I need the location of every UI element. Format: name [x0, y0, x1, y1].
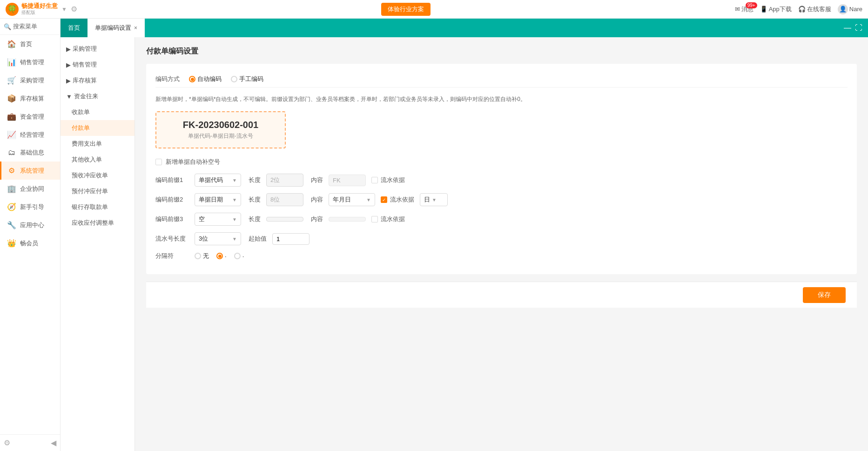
- prefix3-label: 编码前缀3: [155, 215, 189, 223]
- tab-home[interactable]: 首页: [61, 19, 87, 37]
- app-download-btn[interactable]: 📱 App下载: [760, 5, 792, 13]
- manual-code-option[interactable]: 手工编码: [231, 75, 263, 83]
- submenu-item-payment[interactable]: 付款单: [61, 120, 135, 136]
- settings-icon[interactable]: ⚙: [71, 5, 77, 13]
- logo: 🍀 畅捷通好生意 搭配版: [6, 2, 58, 16]
- content1-label: 内容: [311, 176, 323, 184]
- submenu-group-finance: ▼ 资金往来 收款单 付款单 费用支出单 其他收入单 预收冲应收单: [61, 88, 135, 231]
- content-area: ▶ 采购管理 ▶ 销售管理 ▶ 库存核算 ▼ 资金往来: [61, 37, 868, 451]
- submenu-inventory-title[interactable]: ▶ 库存核算: [61, 73, 135, 88]
- serial-row: 流水号长度 3位 ▼ 起始值: [155, 232, 848, 245]
- chevron-down-icon: ▼: [66, 93, 72, 100]
- logo-icon: 🍀: [6, 3, 19, 16]
- member-icon: 👑: [7, 239, 16, 248]
- auto-code-option[interactable]: 自动编码: [189, 75, 222, 83]
- purchase-icon: 🛒: [7, 76, 16, 85]
- appcenter-icon: 🔧: [7, 221, 16, 229]
- user-btn[interactable]: 👤 Nare: [838, 4, 862, 14]
- chevron-right-icon3: ▶: [66, 77, 71, 84]
- sidebar-item-purchase[interactable]: 🛒 采购管理: [0, 71, 60, 89]
- preview-code: FK-20230602-001: [168, 120, 274, 130]
- preview-box: FK-20230602-001 单据代码-单据日期-流水号: [155, 111, 286, 148]
- submenu-item-adjustment[interactable]: 应收应付调整单: [61, 215, 135, 231]
- submenu-sales-title[interactable]: ▶ 销售管理: [61, 57, 135, 73]
- sep-none-option[interactable]: 无: [195, 252, 209, 260]
- submenu-item-bank[interactable]: 银行存取款单: [61, 199, 135, 215]
- content2-chevron: ▼: [366, 197, 371, 202]
- start-value-input[interactable]: [272, 233, 310, 245]
- stream1-checkbox[interactable]: [371, 177, 378, 183]
- industry-btn[interactable]: 体验行业方案: [381, 3, 431, 16]
- sep-none-radio[interactable]: [195, 253, 201, 259]
- sidebar-item-appcenter[interactable]: 🔧 应用中心: [0, 216, 60, 234]
- submenu-item-expense[interactable]: 费用支出单: [61, 136, 135, 152]
- sep-dash-option[interactable]: ·: [234, 253, 244, 260]
- message-btn[interactable]: ✉ 消息 99+: [735, 5, 754, 13]
- guide-icon: 🧭: [7, 202, 16, 211]
- manual-code-radio[interactable]: [231, 76, 237, 82]
- sidebar-nav: 🏠 首页 📊 销售管理 🛒 采购管理 📦 库存核算 💼 资金管理 📈 经营管理 …: [0, 35, 60, 434]
- stream2-checkbox[interactable]: ✓: [381, 196, 387, 203]
- stream3-checkbox[interactable]: [371, 216, 378, 222]
- sidebar-item-inventory[interactable]: 📦 库存核算: [0, 89, 60, 108]
- prefix1-select[interactable]: 单据代码 ▼: [195, 174, 241, 187]
- autofill-checkbox[interactable]: [155, 159, 162, 165]
- settings-card: 编码方式 自动编码 手工编码 新增单据时，*单据编码*自动生成，不可编辑。前缀设…: [146, 64, 857, 274]
- prefix3-select[interactable]: 空 ▼: [195, 213, 241, 226]
- submenu-group-inventory: ▶ 库存核算: [61, 73, 135, 88]
- main-wrapper: 首页 单据编码设置 × — ⛶ ▶ 采购管理 ▶ 销售管理: [61, 19, 868, 451]
- settings-footer-icon[interactable]: ⚙: [4, 438, 10, 447]
- content3-value: [329, 217, 366, 222]
- submenu-purchase-title[interactable]: ▶ 采购管理: [61, 41, 135, 57]
- submenu-item-prepay-pay[interactable]: 预付冲应付单: [61, 183, 135, 199]
- submenu-finance-title[interactable]: ▼ 资金往来: [61, 88, 135, 104]
- sidebar-item-enterprise[interactable]: 🏢 企业协同: [0, 180, 60, 198]
- sep-dash-radio[interactable]: [234, 253, 241, 259]
- dropdown-icon[interactable]: ▼: [61, 6, 67, 13]
- submenu-item-other-income[interactable]: 其他收入单: [61, 152, 135, 168]
- autofill-row: 新增单据自动补空号: [155, 158, 848, 166]
- auto-code-radio[interactable]: [189, 76, 195, 82]
- prefix2-select[interactable]: 单据日期 ▼: [195, 193, 241, 206]
- basic-icon: 🗂: [7, 148, 16, 157]
- encoding-method-label: 编码方式: [155, 75, 180, 83]
- day2-select[interactable]: 日 ▼: [420, 193, 448, 206]
- len3-input: [266, 217, 303, 222]
- len2-input: 8位: [266, 193, 303, 206]
- content2-select[interactable]: 年月日 ▼: [329, 193, 375, 206]
- serial-len-select[interactable]: 3位 ▼: [195, 232, 241, 245]
- sidebar-item-basic[interactable]: 🗂 基础信息: [0, 144, 60, 162]
- separator-options: 无 · ·: [195, 252, 244, 260]
- collapse-icon[interactable]: ◀: [51, 438, 56, 447]
- sidebar-item-sales[interactable]: 📊 销售管理: [0, 53, 60, 71]
- tab-current[interactable]: 单据编码设置 ×: [87, 19, 145, 37]
- submenu-item-receipt[interactable]: 收款单: [61, 104, 135, 120]
- content3-label: 内容: [311, 215, 323, 223]
- sep-dot-option[interactable]: ·: [216, 253, 227, 260]
- tab-maximize-btn[interactable]: ⛶: [855, 24, 862, 32]
- len3-label: 长度: [249, 215, 261, 223]
- tab-minimize-btn[interactable]: —: [844, 24, 851, 32]
- sidebar-search[interactable]: 🔍 搜索菜单: [0, 19, 60, 35]
- sidebar-item-guide[interactable]: 🧭 新手引导: [0, 198, 60, 216]
- finance-icon: 💼: [7, 112, 16, 121]
- stream1-group: 流水依据: [371, 176, 405, 184]
- sidebar-item-operations[interactable]: 📈 经营管理: [0, 126, 60, 144]
- save-button[interactable]: 保存: [803, 287, 846, 303]
- online-service-btn[interactable]: 🎧 在线客服: [798, 5, 831, 13]
- len1-input: 2位: [266, 174, 303, 187]
- prefix1-chevron: ▼: [232, 178, 237, 183]
- submenu-item-prepay-recv[interactable]: 预收冲应收单: [61, 168, 135, 183]
- sidebar-item-member[interactable]: 👑 畅会员: [0, 234, 60, 252]
- tab-close-btn[interactable]: ×: [134, 25, 137, 31]
- sidebar-item-finance[interactable]: 💼 资金管理: [0, 108, 60, 126]
- stream2-group: ✓ 流水依据: [381, 195, 414, 204]
- sidebar-item-home[interactable]: 🏠 首页: [0, 35, 60, 53]
- main-panel: 付款单编码设置 编码方式 自动编码 手工编码: [135, 37, 868, 451]
- preview-desc: 单据代码-单据日期-流水号: [168, 132, 274, 140]
- sidebar-item-system[interactable]: ⚙ 系统管理: [0, 162, 60, 180]
- sub-menu: ▶ 采购管理 ▶ 销售管理 ▶ 库存核算 ▼ 资金往来: [61, 37, 135, 451]
- submenu-group-sales: ▶ 销售管理: [61, 57, 135, 73]
- sep-dot-radio[interactable]: [216, 253, 223, 259]
- prefix1-label: 编码前缀1: [155, 176, 189, 184]
